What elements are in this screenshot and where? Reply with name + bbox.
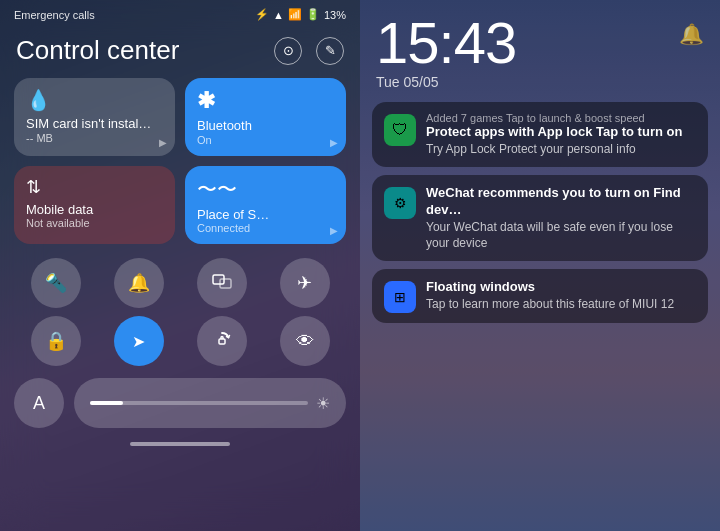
flashlight-icon: 🔦 bbox=[45, 272, 67, 294]
font-btn[interactable]: A bbox=[14, 378, 64, 428]
sim-tile[interactable]: 💧 SIM card isn't instal… -- MB ▶ bbox=[14, 78, 175, 156]
edit-icon: ✎ bbox=[325, 43, 336, 58]
wifi-sublabel: Connected bbox=[197, 222, 334, 234]
bell-btn[interactable]: 🔔 bbox=[114, 258, 164, 308]
settings-icon: ⊙ bbox=[283, 43, 294, 58]
clock-time: 15:43 bbox=[376, 14, 516, 72]
notification-app-lock[interactable]: 🛡 Added 7 games Tap to launch & boost sp… bbox=[372, 102, 708, 167]
screenshot-btn[interactable] bbox=[197, 258, 247, 308]
mobile-data-sublabel: Not available bbox=[26, 217, 163, 229]
time-date-block: 15:43 Tue 05/05 bbox=[376, 14, 516, 90]
notification-list: 🛡 Added 7 games Tap to launch & boost sp… bbox=[360, 98, 720, 327]
lock-icon: 🔒 bbox=[45, 330, 67, 352]
eye-btn[interactable]: 👁 bbox=[280, 316, 330, 366]
notification-floating-windows[interactable]: ⊞ Floating windows Tap to learn more abo… bbox=[372, 269, 708, 323]
bluetooth-tile[interactable]: ✱ Bluetooth On ▶ bbox=[185, 78, 346, 156]
floating-app-icon: ⊞ bbox=[384, 281, 416, 313]
brightness-track bbox=[90, 401, 308, 405]
bottom-row: A ☀ bbox=[0, 378, 360, 428]
control-center-panel: Emergency calls ⚡ ▲ 📶 🔋 13% Control cent… bbox=[0, 0, 360, 531]
wifi-arrow: ▶ bbox=[330, 225, 338, 236]
applock-main-text: Protect apps with App lock Tap to turn o… bbox=[426, 124, 682, 141]
rotate-lock-btn[interactable] bbox=[197, 316, 247, 366]
brightness-fill bbox=[90, 401, 123, 405]
notification-bell-btn[interactable]: 🔔 bbox=[679, 22, 704, 46]
bluetooth-arrow: ▶ bbox=[330, 137, 338, 148]
circle-row-2: 🔒 ➤ 👁 bbox=[0, 316, 360, 378]
wechat-main-text: WeChat recommends you to turn on Find de… bbox=[426, 185, 696, 219]
wechat-icon-symbol: ⚙ bbox=[394, 195, 407, 211]
mobile-data-icon: ⇅ bbox=[26, 176, 163, 198]
wechat-content: WeChat recommends you to turn on Find de… bbox=[426, 185, 696, 251]
applock-app-icon: 🛡 bbox=[384, 114, 416, 146]
battery-percent: 13% bbox=[324, 9, 346, 21]
signal-status-icon: 📶 bbox=[288, 8, 302, 21]
bluetooth-icon: ✱ bbox=[197, 88, 334, 114]
bell-icon: 🔔 bbox=[128, 272, 150, 294]
clock-date: Tue 05/05 bbox=[376, 74, 516, 90]
location-icon: ➤ bbox=[132, 332, 145, 351]
applock-content: Added 7 games Tap to launch & boost spee… bbox=[426, 112, 682, 157]
airplane-icon: ✈ bbox=[297, 272, 312, 294]
flashlight-btn[interactable]: 🔦 bbox=[31, 258, 81, 308]
notif-card-header-wechat: ⚙ WeChat recommends you to turn on Find … bbox=[384, 185, 696, 251]
floating-content: Floating windows Tap to learn more about… bbox=[426, 279, 674, 312]
wifi-tile[interactable]: 〜〜 Place of S… Connected ▶ bbox=[185, 166, 346, 245]
bluetooth-sublabel: On bbox=[197, 134, 334, 146]
rotate-lock-icon bbox=[212, 330, 232, 353]
sim-icon: 💧 bbox=[26, 88, 163, 112]
sim-label: SIM card isn't instal… bbox=[26, 116, 163, 132]
sim-sublabel: -- MB bbox=[26, 132, 163, 144]
notif-card-header-applock: 🛡 Added 7 games Tap to launch & boost sp… bbox=[384, 112, 696, 157]
brightness-slider[interactable]: ☀ bbox=[74, 378, 346, 428]
brightness-icon: ☀ bbox=[316, 394, 330, 413]
status-icons: ⚡ ▲ 📶 🔋 13% bbox=[255, 8, 346, 21]
sim-arrow: ▶ bbox=[159, 137, 167, 148]
emergency-calls-label: Emergency calls bbox=[14, 9, 95, 21]
font-icon: A bbox=[33, 393, 45, 414]
notif-header: 15:43 Tue 05/05 🔔 bbox=[360, 0, 720, 98]
bluetooth-status-icon: ⚡ bbox=[255, 8, 269, 21]
lock-btn[interactable]: 🔒 bbox=[31, 316, 81, 366]
eye-icon: 👁 bbox=[296, 331, 314, 352]
bell-icon: 🔔 bbox=[679, 23, 704, 45]
status-bar: Emergency calls ⚡ ▲ 📶 🔋 13% bbox=[0, 0, 360, 25]
mobile-data-label: Mobile data bbox=[26, 202, 163, 218]
screenshot-icon bbox=[212, 271, 232, 295]
quick-tiles-grid: 💧 SIM card isn't instal… -- MB ▶ ✱ Bluet… bbox=[0, 78, 360, 244]
notification-wechat[interactable]: ⚙ WeChat recommends you to turn on Find … bbox=[372, 175, 708, 261]
applock-icon-symbol: 🛡 bbox=[392, 121, 408, 139]
circle-row-1: 🔦 🔔 ✈ bbox=[0, 244, 360, 316]
wifi-icon: 〜〜 bbox=[197, 176, 334, 203]
cc-header: Control center ⊙ ✎ bbox=[0, 25, 360, 78]
home-bar[interactable] bbox=[130, 442, 230, 446]
notif-card-header-floating: ⊞ Floating windows Tap to learn more abo… bbox=[384, 279, 696, 313]
wechat-app-icon: ⚙ bbox=[384, 187, 416, 219]
edit-icon-btn[interactable]: ✎ bbox=[316, 37, 344, 65]
floating-icon-symbol: ⊞ bbox=[394, 289, 406, 305]
floating-sub-text: Tap to learn more about this feature of … bbox=[426, 297, 674, 313]
airplane-btn[interactable]: ✈ bbox=[280, 258, 330, 308]
applock-top-line: Added 7 games Tap to launch & boost spee… bbox=[426, 112, 682, 124]
cc-title: Control center bbox=[16, 35, 179, 66]
floating-main-text: Floating windows bbox=[426, 279, 674, 296]
mobile-data-tile[interactable]: ⇅ Mobile data Not available bbox=[14, 166, 175, 245]
battery-icon: 🔋 bbox=[306, 8, 320, 21]
svg-rect-2 bbox=[219, 339, 225, 344]
location-btn[interactable]: ➤ bbox=[114, 316, 164, 366]
settings-icon-btn[interactable]: ⊙ bbox=[274, 37, 302, 65]
notifications-panel: 15:43 Tue 05/05 🔔 🛡 Added 7 games Tap to… bbox=[360, 0, 720, 531]
bluetooth-label: Bluetooth bbox=[197, 118, 334, 134]
cc-header-actions: ⊙ ✎ bbox=[274, 37, 344, 65]
wifi-status-icon: ▲ bbox=[273, 9, 284, 21]
wechat-sub-text: Your WeChat data will be safe even if yo… bbox=[426, 220, 696, 251]
applock-sub-text: Try App Lock Protect your personal info bbox=[426, 142, 682, 158]
wifi-label: Place of S… bbox=[197, 207, 334, 223]
home-indicator-area bbox=[0, 428, 360, 452]
